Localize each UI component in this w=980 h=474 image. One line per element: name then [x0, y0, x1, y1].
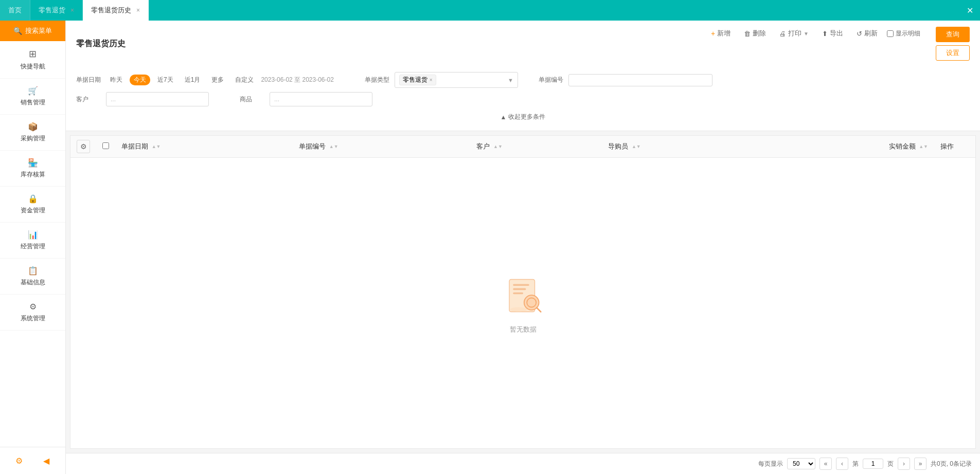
print-icon: 🖨: [779, 30, 786, 38]
doc-no-input[interactable]: [568, 74, 712, 86]
page-header: 零售退货历史 + 新增 🗑 删除 🖨 打印: [66, 21, 980, 131]
page-actions: + 新增 🗑 删除 🖨 打印 ▼ ⬆: [707, 27, 920, 40]
customer-label: 客户: [76, 95, 102, 104]
show-detail-area: 显示明细: [887, 29, 920, 38]
sidebar-item-label: 快捷导航: [21, 62, 45, 71]
tab-retail-return[interactable]: 零售退货 ×: [30, 0, 83, 21]
product-label: 商品: [240, 95, 265, 104]
th-guide-label: 导购员: [608, 142, 628, 150]
column-settings-button[interactable]: ⚙: [77, 140, 90, 153]
doc-no-sort-icon[interactable]: ▲▼: [329, 144, 338, 149]
tab-list: 首页 零售退货 × 零售退货历史 ×: [0, 0, 959, 21]
total-records-label: 共0页, 0条记录: [931, 460, 972, 468]
filter-date: 单据日期 昨天 今天 近7天 近1月 更多 自定义 2023-06-02 至: [76, 75, 334, 85]
page-header-top: 零售退货历史 + 新增 🗑 删除 🖨 打印: [76, 27, 970, 61]
doc-date-sort-icon[interactable]: ▲▼: [152, 144, 161, 149]
page-unit: 页: [887, 460, 894, 468]
show-detail-checkbox[interactable]: [887, 30, 894, 37]
export-icon: ⬆: [822, 30, 828, 38]
add-label: 新增: [717, 29, 730, 38]
sidebar-item-label: 资金管理: [21, 206, 45, 215]
tab-retail-return-history-close[interactable]: ×: [136, 7, 140, 14]
prev-page-button[interactable]: ‹: [836, 458, 848, 470]
sidebar-search-button[interactable]: 🔍 搜索菜单: [0, 21, 65, 41]
page-size-label: 每页显示: [758, 460, 783, 468]
tab-home-label: 首页: [8, 6, 22, 15]
delete-button[interactable]: 🗑 删除: [740, 27, 770, 40]
product-placeholder: ...: [274, 96, 279, 103]
collapse-bar[interactable]: ▲ 收起更多条件: [76, 111, 970, 124]
date-btn-month[interactable]: 近1月: [181, 75, 205, 85]
sidebar-item-sys-mgmt[interactable]: ⚙ 系统管理: [0, 295, 65, 331]
date-btn-custom[interactable]: 自定义: [231, 75, 258, 85]
guide-sort-icon[interactable]: ▲▼: [632, 144, 641, 149]
doc-type-select[interactable]: 零售退货 × ▼: [395, 72, 518, 88]
page-label: 第: [852, 460, 859, 468]
first-page-button[interactable]: «: [819, 458, 832, 470]
date-btn-yesterday[interactable]: 昨天: [106, 75, 127, 85]
tab-retail-return-history[interactable]: 零售退货历史 ×: [83, 0, 149, 21]
sys-mgmt-icon: ⚙: [29, 302, 37, 312]
sidebar-item-label: 经营管理: [21, 242, 45, 251]
refresh-label: 刷新: [864, 29, 878, 38]
svg-rect-1: [513, 284, 529, 286]
inventory-icon: 🏪: [28, 158, 38, 168]
export-label: 导出: [830, 29, 843, 38]
sidebar-item-purchase[interactable]: 📦 采购管理: [0, 115, 65, 151]
customer-sort-icon[interactable]: ▲▼: [493, 144, 503, 149]
refresh-icon: ↺: [857, 30, 862, 38]
page-number-input[interactable]: [863, 459, 883, 469]
select-all-checkbox[interactable]: [102, 142, 109, 149]
sidebar-item-quick-nav[interactable]: ⊞ 快捷导航: [0, 41, 65, 79]
table-container: ⚙ 单据日期 ▲▼ 单据编号 ▲▼: [70, 135, 976, 449]
sidebar-search-label: 搜索菜单: [25, 26, 52, 35]
sidebar-item-label: 采购管理: [21, 134, 45, 143]
date-btn-today[interactable]: 今天: [130, 75, 150, 85]
sidebar-item-operations[interactable]: 📊 经营管理: [0, 223, 65, 259]
collapse-button[interactable]: ◀: [38, 452, 55, 469]
th-doc-date: 单据日期 ▲▼: [115, 136, 293, 158]
svg-point-7: [510, 307, 526, 312]
print-button[interactable]: 🖨 打印 ▼: [775, 27, 813, 40]
next-page-button[interactable]: ›: [898, 458, 910, 470]
tab-home[interactable]: 首页: [0, 0, 30, 21]
operations-icon: 📊: [28, 230, 38, 240]
date-from: 2023-06-02: [261, 76, 292, 83]
add-button[interactable]: + 新增: [707, 27, 735, 40]
query-button[interactable]: 查询: [936, 27, 970, 42]
doc-type-tag-close[interactable]: ×: [430, 77, 433, 83]
page-size-select[interactable]: 10 20 50 100: [787, 458, 815, 469]
sidebar-item-sales[interactable]: 🛒 销售管理: [0, 79, 65, 115]
sidebar-item-inventory[interactable]: 🏪 库存核算: [0, 151, 65, 187]
window-close-button[interactable]: ✕: [959, 0, 980, 21]
date-filter-label: 单据日期: [76, 76, 102, 84]
refresh-button[interactable]: ↺ 刷新: [852, 27, 882, 40]
th-actions-label: 操作: [940, 142, 954, 150]
tab-retail-return-label: 零售退货: [39, 6, 65, 15]
print-label: 打印: [788, 29, 801, 38]
product-select[interactable]: ...: [270, 92, 372, 106]
show-detail-label: 显示明细: [896, 29, 920, 38]
th-actual-amount: 实销金额 ▲▼: [757, 136, 934, 158]
page-title: 零售退货历史: [76, 39, 126, 49]
date-btn-more[interactable]: 更多: [207, 75, 228, 85]
search-icon: 🔍: [13, 27, 22, 35]
export-button[interactable]: ⬆ 导出: [818, 27, 847, 40]
th-actual-amount-label: 实销金额: [889, 142, 916, 150]
date-btn-week[interactable]: 近7天: [153, 75, 177, 85]
data-table: ⚙ 单据日期 ▲▼ 单据编号 ▲▼: [70, 136, 975, 158]
set-button[interactable]: 设置: [936, 45, 970, 61]
table-header-row: ⚙ 单据日期 ▲▼ 单据编号 ▲▼: [70, 136, 975, 158]
last-page-button[interactable]: »: [914, 458, 926, 470]
th-gear: ⚙: [70, 136, 96, 158]
th-doc-no-label: 单据编号: [299, 142, 326, 150]
sidebar-item-label: 系统管理: [21, 314, 45, 323]
tab-retail-return-close[interactable]: ×: [70, 7, 74, 14]
filter-row-1: 单据日期 昨天 今天 近7天 近1月 更多 自定义 2023-06-02 至: [76, 72, 970, 88]
actual-amount-sort-icon[interactable]: ▲▼: [919, 144, 928, 149]
print-dropdown-icon: ▼: [804, 31, 809, 37]
customer-select[interactable]: ...: [106, 92, 209, 106]
sidebar-item-basic-info[interactable]: 📋 基础信息: [0, 259, 65, 295]
sidebar-item-finance[interactable]: 🔒 资金管理: [0, 187, 65, 223]
settings-button[interactable]: ⚙: [11, 452, 27, 469]
